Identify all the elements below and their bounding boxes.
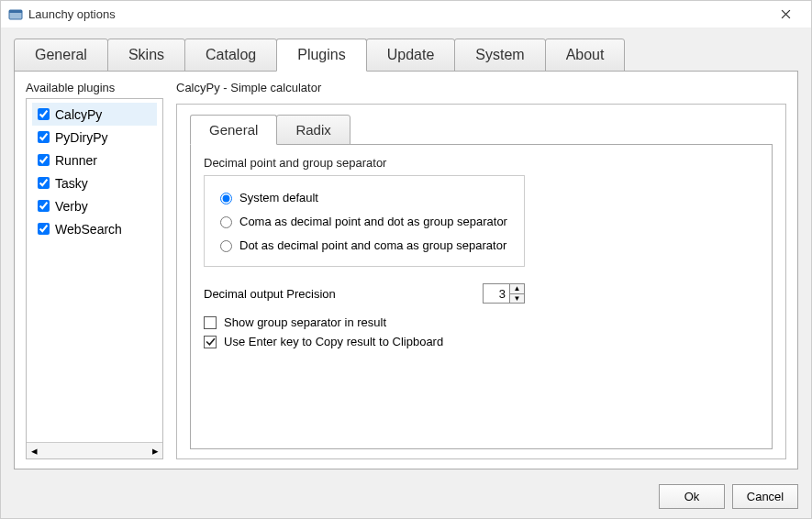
dialog-buttons: Ok Cancel: [1, 475, 811, 518]
radio-system-default[interactable]: System default: [216, 185, 513, 209]
sub-tabs: General Radix: [190, 114, 773, 144]
cancel-button[interactable]: Cancel: [732, 484, 798, 509]
plugin-checkbox[interactable]: [38, 108, 50, 120]
list-item[interactable]: CalcyPy: [32, 103, 157, 126]
checkbox-icon[interactable]: [204, 316, 217, 329]
plugin-checkbox[interactable]: [38, 131, 50, 143]
plugin-label: PyDiryPy: [55, 130, 108, 145]
radio-coma-decimal[interactable]: Coma as decimal point and dot as group s…: [216, 209, 513, 233]
window-title: Launchy options: [28, 7, 767, 21]
list-item[interactable]: Tasky: [32, 171, 157, 194]
plugin-label: WebSearch: [55, 222, 122, 237]
plugins-panel: Available plugins CalcyPy PyDiryPy Runne…: [14, 71, 798, 469]
radio-input[interactable]: [220, 216, 232, 228]
radio-dot-decimal[interactable]: Dot as decimal point and coma as group s…: [216, 233, 513, 257]
horizontal-scrollbar[interactable]: ◂ ▸: [27, 442, 162, 458]
tab-system[interactable]: System: [454, 39, 545, 72]
checkbox-icon[interactable]: [204, 336, 217, 348]
plugins-listbox: CalcyPy PyDiryPy Runner Tasky Verby WebS…: [26, 98, 163, 459]
list-item[interactable]: Runner: [32, 149, 157, 171]
precision-label: Decimal output Precision: [204, 287, 336, 301]
tab-skins[interactable]: Skins: [107, 39, 185, 72]
plugin-label: CalcyPy: [55, 107, 102, 122]
radio-input[interactable]: [220, 240, 232, 252]
scroll-track[interactable]: [41, 445, 148, 458]
titlebar: Launchy options: [1, 1, 811, 28]
separator-groupbox: System default Coma as decimal point and…: [204, 175, 525, 267]
plugins-list[interactable]: CalcyPy PyDiryPy Runner Tasky Verby WebS…: [27, 99, 162, 442]
app-icon: [8, 7, 23, 22]
tab-general[interactable]: General: [14, 39, 108, 72]
plugin-settings-column: CalcyPy - Simple calculator General Radi…: [176, 81, 786, 459]
ok-button[interactable]: Ok: [659, 484, 725, 509]
scroll-left-icon[interactable]: ◂: [27, 444, 41, 458]
plugin-checkbox[interactable]: [38, 154, 50, 166]
separator-group-title: Decimal point and group separator: [204, 156, 759, 170]
radio-label: System default: [239, 191, 318, 204]
plugin-checkbox[interactable]: [38, 200, 50, 212]
precision-spinner[interactable]: ▲ ▼: [483, 283, 525, 304]
options-window: Launchy options General Skins Catalog Pl…: [0, 0, 812, 519]
check-enter-copy-clipboard[interactable]: Use Enter key to Copy result to Clipboar…: [204, 332, 759, 351]
available-plugins-label: Available plugins: [26, 81, 163, 94]
plugins-left-column: Available plugins CalcyPy PyDiryPy Runne…: [26, 81, 163, 459]
plugin-settings-panel: General Radix Decimal point and group se…: [176, 104, 786, 459]
list-item[interactable]: PyDiryPy: [32, 126, 157, 149]
radio-label: Dot as decimal point and coma as group s…: [239, 238, 506, 252]
checkbox-label: Use Enter key to Copy result to Clipboar…: [224, 335, 443, 348]
radio-input[interactable]: [220, 193, 232, 204]
precision-input[interactable]: [484, 284, 509, 303]
tab-update[interactable]: Update: [366, 39, 456, 72]
tab-catalog[interactable]: Catalog: [184, 39, 277, 72]
subtab-content: Decimal point and group separator System…: [190, 144, 773, 449]
check-show-group-separator[interactable]: Show group separator in result: [204, 313, 759, 332]
subtab-general[interactable]: General: [190, 115, 277, 145]
subtab-radix[interactable]: Radix: [276, 115, 350, 145]
spinner-down-icon[interactable]: ▼: [510, 294, 524, 304]
tab-about[interactable]: About: [545, 39, 626, 72]
spinner-up-icon[interactable]: ▲: [510, 284, 524, 294]
close-button[interactable]: [767, 2, 804, 28]
plugin-label: Tasky: [55, 176, 88, 191]
svg-rect-1: [9, 10, 22, 13]
scroll-right-icon[interactable]: ▸: [148, 444, 162, 458]
main-tabs: General Skins Catalog Plugins Update Sys…: [14, 38, 798, 71]
plugin-label: Verby: [55, 199, 88, 214]
checkbox-label: Show group separator in result: [224, 315, 386, 329]
list-item[interactable]: WebSearch: [32, 217, 157, 240]
plugin-title: CalcyPy - Simple calculator: [176, 81, 786, 94]
content-area: General Skins Catalog Plugins Update Sys…: [1, 28, 811, 475]
plugin-checkbox[interactable]: [38, 177, 50, 189]
list-item[interactable]: Verby: [32, 194, 157, 217]
plugin-checkbox[interactable]: [38, 223, 50, 235]
precision-row: Decimal output Precision ▲ ▼: [204, 280, 525, 307]
plugin-label: Runner: [55, 153, 97, 168]
tab-plugins[interactable]: Plugins: [276, 39, 366, 72]
radio-label: Coma as decimal point and dot as group s…: [239, 215, 507, 228]
